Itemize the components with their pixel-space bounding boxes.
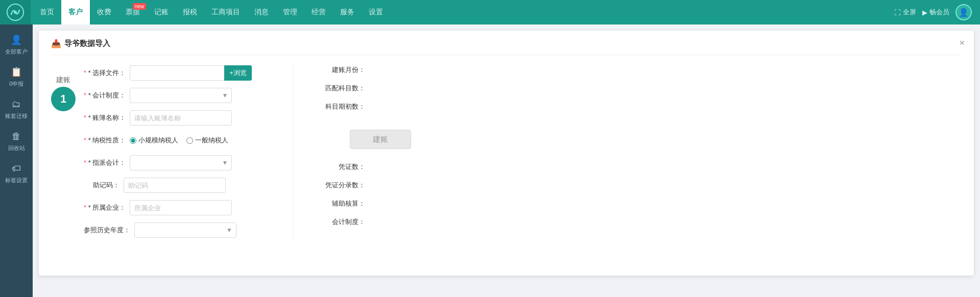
file-input-wrapper: +浏览 (130, 65, 252, 81)
app-logo (0, 0, 31, 24)
nav-manage[interactable]: 管理 (276, 0, 304, 24)
step-circle: 1 (51, 87, 76, 111)
import-icon: 📥 (51, 39, 61, 48)
aux-accounting-row: 辅助核算： (324, 199, 437, 208)
accounting-system-select[interactable] (130, 88, 232, 103)
declaration-icon: 📋 (10, 66, 22, 78)
vertical-divider (293, 65, 294, 238)
browse-button[interactable]: +浏览 (224, 65, 252, 81)
sidebar-item-recycle[interactable]: 🗑 回收站 (0, 126, 33, 156)
accounting-system2-row: 会计制度： (324, 217, 437, 227)
nav-ticket[interactable]: 票据 new (118, 0, 147, 24)
right-info-panel: 建账月份： 匹配科目数： 科目期初数： 建账 (324, 65, 437, 238)
subject-initial-row: 科目期初数： (324, 102, 437, 111)
memo-input[interactable] (124, 178, 226, 193)
tag-icon: 🏷 (10, 162, 22, 175)
radio-general-taxpayer[interactable]: 一般纳税人 (186, 136, 228, 145)
dialog-title: 📥 导爷数据导入 (51, 39, 962, 55)
voucher-count-row: 凭证数： (324, 162, 437, 171)
accounting-system-label: * 会计制度： (84, 91, 126, 100)
tax-nature-radio-group: 小规模纳税人 一般纳税人 (130, 133, 228, 148)
main-layout: 👤 全部客户 📋 0申报 🗂 账套迁移 🗑 回收站 🏷 标签设置 📥 导爷数据导… (0, 24, 980, 297)
svg-point-1 (14, 11, 17, 14)
accountant-label: * 指派会计： (84, 158, 126, 167)
form-wrapper: 建账 1 * 选择文件： +浏览 (51, 65, 962, 238)
radio-small-taxpayer-input[interactable] (130, 137, 136, 144)
accounting-system-select-wrapper: ▼ (130, 88, 232, 103)
history-year-label: 参照历史年度： (84, 226, 130, 235)
migrate-icon: 🗂 (10, 98, 22, 110)
tax-nature-label: * 纳税性质： (84, 136, 126, 145)
build-month-label: 建账月份： (324, 65, 365, 75)
content-area: 📥 导爷数据导入 × 建账 1 * 选择文件： (33, 24, 980, 297)
avatar-icon: 👤 (959, 8, 969, 17)
new-badge: new (133, 3, 146, 10)
ledger-name-input[interactable] (130, 110, 232, 126)
company-row: * 所属企业： (84, 200, 262, 215)
build-month-row: 建账月份： (324, 65, 437, 75)
accountant-row: * 指派会计： ▼ (84, 155, 262, 170)
history-year-row: 参照历史年度： ▼ (84, 222, 262, 238)
all-customers-icon: 👤 (10, 34, 22, 46)
match-subjects-label: 匹配科目数： (324, 84, 365, 93)
avatar[interactable]: 👤 (955, 4, 972, 20)
voucher-entries-label: 凭证分录数： (324, 181, 365, 190)
accountant-select[interactable] (130, 155, 232, 170)
aux-accounting-label: 辅助核算： (324, 199, 365, 208)
voucher-count-label: 凭证数： (324, 162, 365, 171)
nav-message[interactable]: 消息 (247, 0, 276, 24)
nav-bookkeeping[interactable]: 记账 (147, 0, 176, 24)
accountant-select-wrapper: ▼ (130, 155, 232, 170)
nav-home[interactable]: 首页 (33, 0, 61, 24)
subject-initial-label: 科目期初数： (324, 102, 365, 111)
nav-customer[interactable]: 客户 (61, 0, 90, 24)
nav-menu: 首页 客户 收费 票据 new 记账 报税 工商项目 消息 管理 经营 服务 设… (33, 0, 390, 24)
match-subjects-row: 匹配科目数： (324, 84, 437, 93)
sidebar-item-migrate[interactable]: 🗂 账套迁移 (0, 94, 33, 124)
sidebar: 👤 全部客户 📋 0申报 🗂 账套迁移 🗑 回收站 🏷 标签设置 (0, 24, 33, 297)
member-icon: ▶ (922, 9, 927, 16)
accounting-system2-label: 会计制度： (324, 217, 365, 227)
sidebar-item-tag-settings[interactable]: 🏷 标签设置 (0, 158, 33, 188)
step-label: 建账 (56, 67, 70, 85)
dialog-card: 📥 导爷数据导入 × 建账 1 * 选择文件： (39, 31, 974, 276)
memo-row: 助记码： (84, 178, 262, 193)
history-year-select-wrapper: ▼ (134, 222, 236, 238)
ledger-name-label: * 账簿名称： (84, 113, 126, 122)
radio-small-taxpayer[interactable]: 小规模纳税人 (130, 136, 178, 145)
logo-icon (6, 3, 25, 21)
top-navigation: 首页 客户 收费 票据 new 记账 报税 工商项目 消息 管理 经营 服务 设… (0, 0, 980, 24)
nav-operation[interactable]: 经营 (304, 0, 333, 24)
voucher-entries-row: 凭证分录数： (324, 181, 437, 190)
nav-fee[interactable]: 收费 (90, 0, 118, 24)
file-input[interactable] (130, 65, 224, 81)
file-select-row: * 选择文件： +浏览 (84, 65, 262, 81)
history-year-select[interactable] (134, 222, 236, 238)
memo-label: 助记码： (84, 181, 119, 190)
accounting-system-row: * 会计制度： ▼ (84, 88, 262, 103)
nav-settings[interactable]: 设置 (362, 0, 390, 24)
sidebar-item-all-customers[interactable]: 👤 全部客户 (0, 30, 33, 60)
sidebar-item-declaration[interactable]: 📋 0申报 (0, 62, 33, 92)
ledger-name-row: * 账簿名称： (84, 110, 262, 126)
company-input[interactable] (130, 200, 232, 215)
nav-service[interactable]: 服务 (333, 0, 362, 24)
member-btn[interactable]: ▶ 畅会员 (922, 8, 949, 17)
tax-nature-row: * 纳税性质： 小规模纳税人 一般纳税人 (84, 133, 262, 148)
file-label: * 选择文件： (84, 68, 126, 78)
step-area: 建账 1 * 选择文件： +浏览 (51, 65, 262, 238)
fullscreen-btn[interactable]: ⛶ 全屏 (894, 8, 916, 17)
close-button[interactable]: × (959, 38, 965, 48)
recycle-icon: 🗑 (10, 130, 22, 142)
fullscreen-icon: ⛶ (894, 9, 901, 16)
company-label: * 所属企业： (84, 203, 126, 212)
nav-business[interactable]: 工商项目 (204, 0, 247, 24)
nav-tax[interactable]: 报税 (176, 0, 204, 24)
build-account-button[interactable]: 建账 (350, 130, 411, 149)
radio-general-taxpayer-input[interactable] (186, 137, 193, 144)
nav-right-area: ⛶ 全屏 ▶ 畅会员 👤 (894, 4, 980, 20)
